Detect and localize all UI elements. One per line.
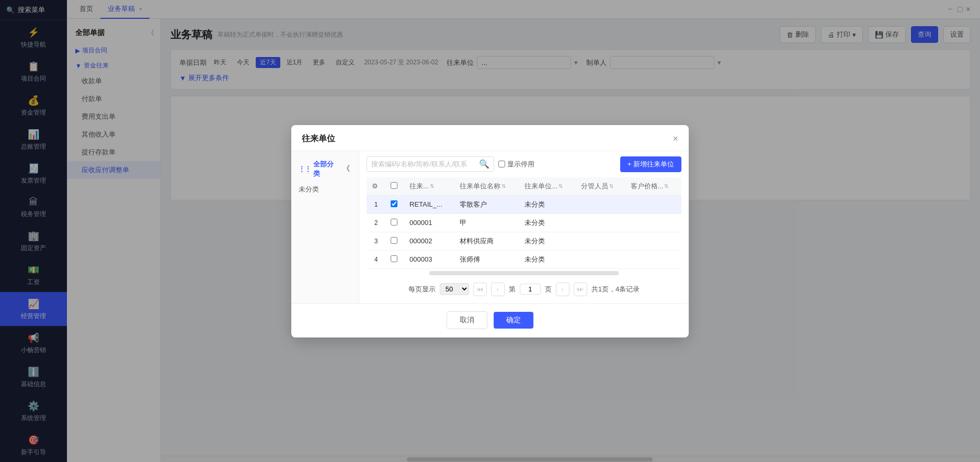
row-code: 000002 [404,232,454,250]
row-manager [576,213,625,232]
table-scrollbar-thumb [429,271,618,275]
row-name: 张师傅 [454,250,520,268]
dialog-footer: 取消 确定 [291,303,689,337]
pag-next-btn[interactable]: › [556,283,569,296]
select-all-checkbox[interactable] [391,182,397,189]
pag-total-label: 共1页，4条记录 [591,285,640,294]
col-manager-sort[interactable]: 分管人员 [581,182,613,191]
row-price [625,213,681,232]
table-row[interactable]: 2 000001 甲 未分类 [367,213,681,232]
pag-prev-btn[interactable]: ‹ [491,283,505,296]
dialog-close-icon[interactable]: × [673,134,678,143]
pag-page-unit: 页 [545,285,552,294]
table-header-row: ⚙ 往来... 往来单位名称 [367,177,681,196]
partner-dialog: 往来单位 × ⋮⋮ 全部分类 《 未分类 [291,125,689,337]
row-num: 2 [367,213,385,232]
row-price [625,250,681,268]
table-row[interactable]: 1 RETAIL_... 零散客户 未分类 [367,195,681,213]
col-price-sort[interactable]: 客户价格... [631,182,669,191]
search-icon[interactable]: 🔍 [479,159,489,169]
col-name-sort[interactable]: 往来单位名称 [460,182,506,191]
row-checkbox[interactable] [385,232,404,250]
row-num: 3 [367,232,385,250]
col-code-header: 往来... [404,177,454,196]
cancel-label: 取消 [460,315,474,324]
row-manager [576,250,625,268]
sidebar-unclassified-label: 未分类 [299,185,319,193]
search-box: 🔍 [367,156,494,172]
row-code: RETAIL_... [404,195,454,213]
partner-table-wrap: ⚙ 往来... 往来单位名称 [367,177,681,269]
pag-last-btn[interactable]: ⏭ [574,283,587,296]
dialog-title: 往来单位 [302,133,335,144]
table-row[interactable]: 4 000003 张师傅 未分类 [367,250,681,268]
show-disabled-toggle[interactable]: 显示停用 [498,160,534,169]
col-name-header: 往来单位名称 [454,177,520,196]
row-category: 未分类 [519,195,575,213]
col-checkbox-header [385,177,404,196]
cancel-button[interactable]: 取消 [447,311,487,329]
row-price [625,195,681,213]
dialog-sidebar-collapse-icon[interactable]: 《 [341,164,351,174]
row-checkbox[interactable] [385,250,404,268]
row-category: 未分类 [519,250,575,268]
add-partner-button[interactable]: + 新增往来单位 [620,156,681,172]
row-name: 甲 [454,213,520,232]
settings-col-icon[interactable]: ⚙ [372,182,378,190]
row-name: 材料供应商 [454,232,520,250]
col-code-sort[interactable]: 往来... [409,182,434,191]
show-disabled-checkbox[interactable] [498,161,505,167]
add-partner-label: + 新增往来单位 [628,160,674,169]
dialog-toolbar: 🔍 显示停用 + 新增往来单位 [367,156,681,172]
table-row[interactable]: 3 000002 材料供应商 未分类 [367,232,681,250]
pag-page-input[interactable] [520,284,541,295]
per-page-label: 每页显示 [408,285,436,294]
dialog-body: ⋮⋮ 全部分类 《 未分类 🔍 [291,151,689,303]
dialog-sidebar-header: ⋮⋮ 全部分类 《 [291,156,359,182]
col-settings-header: ⚙ [367,177,385,196]
col-manager-header: 分管人员 [576,177,625,196]
pagination: 每页显示 50 10 20 100 ⏮ ‹ 第 页 › ⏭ 共1页，4条记录 [367,277,681,298]
row-code: 000003 [404,250,454,268]
confirm-label: 确定 [506,315,521,324]
row-checkbox[interactable] [385,195,404,213]
per-page-select[interactable]: 50 10 20 100 [440,283,469,295]
modal-overlay: 往来单位 × ⋮⋮ 全部分类 《 未分类 [0,0,980,462]
search-input[interactable] [371,160,476,168]
row-manager [576,232,625,250]
row-checkbox[interactable] [385,213,404,232]
pag-first-btn[interactable]: ⏮ [473,283,487,296]
grid-dots-icon: ⋮⋮ [299,165,311,173]
dialog-header: 往来单位 × [291,125,689,151]
col-price-header: 客户价格... [625,177,681,196]
partner-table: ⚙ 往来... 往来单位名称 [367,177,681,269]
sidebar-unclassified[interactable]: 未分类 [291,182,359,197]
pag-page-label: 第 [509,285,516,294]
row-category: 未分类 [519,213,575,232]
dialog-main-content: 🔍 显示停用 + 新增往来单位 [359,151,689,303]
row-category: 未分类 [519,232,575,250]
row-code: 000001 [404,213,454,232]
dialog-sidebar: ⋮⋮ 全部分类 《 未分类 [291,151,359,303]
confirm-button[interactable]: 确定 [494,312,533,329]
dialog-search-area: 🔍 显示停用 [367,156,534,172]
col-category-header: 往来单位... [519,177,575,196]
row-name: 零散客户 [454,195,520,213]
row-num: 4 [367,250,385,268]
row-manager [576,195,625,213]
dialog-sidebar-title-label: 全部分类 [313,160,339,178]
row-num: 1 [367,195,385,213]
col-category-sort[interactable]: 往来单位... [525,182,563,191]
row-price [625,232,681,250]
show-disabled-label: 显示停用 [507,160,534,169]
table-horizontal-scrollbar[interactable] [367,271,681,275]
